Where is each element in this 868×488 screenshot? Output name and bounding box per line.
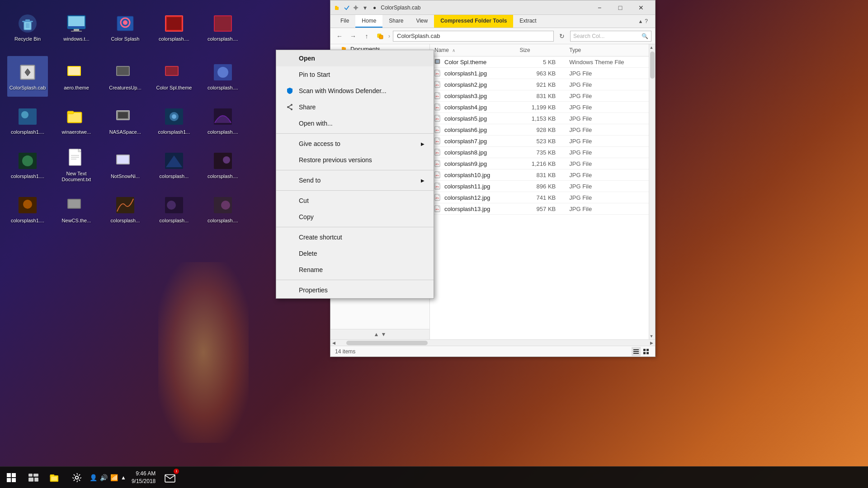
table-row[interactable]: JPGcolorsplash4.jpg1,199 KBJPG File [430, 102, 649, 113]
table-row[interactable]: JPGcolorsplash10.jpg831 KBJPG File [430, 169, 649, 181]
forward-button[interactable]: → [348, 31, 359, 42]
expand-ribbon-icon[interactable]: ▲ [638, 19, 643, 24]
tab-view[interactable]: View [410, 15, 434, 28]
ctx-open-with[interactable]: Open with... [276, 115, 434, 131]
task-view-button[interactable] [23, 467, 44, 488]
ctx-scan-defender[interactable]: Scan with Windows Defender... [276, 83, 434, 99]
notification-button[interactable]: 1 [159, 467, 181, 488]
up-button[interactable]: ↑ [361, 31, 372, 42]
large-icons-view-button[interactable] [642, 347, 651, 356]
desktop-icon-winaerotwe[interactable]: winaerotwe... [56, 100, 97, 141]
maximize-button[interactable]: □ [610, 0, 631, 15]
desktop-icon-creatures[interactable]: CreaturesUp... [105, 56, 146, 97]
recent-locations-icon[interactable] [375, 31, 386, 42]
col-type[interactable]: Type [565, 44, 649, 56]
desktop-icon-nasaspace[interactable]: NASASpace... [105, 100, 146, 141]
desktop-icon-new-text[interactable]: New Text Document.txt [56, 145, 97, 185]
compressed-tools-label: Compressed Folder Tools [440, 18, 507, 24]
table-row[interactable]: JPGcolorsplash9.jpg1,216 KBJPG File [430, 158, 649, 169]
back-button[interactable]: ← [334, 31, 345, 42]
file-name: colorsplash12.jpg [444, 194, 490, 201]
ctx-delete[interactable]: Delete [276, 245, 434, 262]
table-row[interactable]: JPGcolorsplash12.jpg741 KBJPG File [430, 192, 649, 203]
desktop-icon-colorsplash5[interactable]: colorsplash1... [154, 100, 194, 141]
table-row[interactable]: JPGcolorsplash7.jpg523 KBJPG File [430, 136, 649, 147]
more-icon[interactable]: ▾ [361, 4, 368, 11]
ctx-pin-start[interactable]: Pin to Start [276, 66, 434, 83]
vertical-scrollbar[interactable]: ▲ ▼ [649, 44, 655, 339]
table-row[interactable]: Color Spl.theme5 KBWindows Theme File [430, 56, 649, 68]
desktop-icon-colorsplash9[interactable]: colorsplash.... [203, 145, 243, 185]
desktop-icon-color-spl-theme[interactable]: Color Spl.theme [154, 56, 194, 97]
desktop-icon-notsnow[interactable]: NotSnowNi... [105, 145, 146, 185]
file-type-cell: JPG File [565, 158, 649, 169]
date-display: 9/15/2018 [132, 478, 156, 485]
table-row[interactable]: JPGcolorsplash8.jpg735 KBJPG File [430, 147, 649, 158]
desktop-icon-recycle-bin[interactable]: Recycle Bin [7, 7, 48, 48]
desktop-icon-colorsplash8[interactable]: colorsplash... [154, 145, 194, 185]
refresh-button[interactable]: ↻ [557, 31, 567, 42]
ctx-give-access[interactable]: Give access to ▶ [276, 136, 434, 152]
view-controls [632, 347, 651, 356]
desktop-icon-colorsplash4[interactable]: colorsplash1.... [7, 100, 48, 141]
ctx-create-shortcut[interactable]: Create shortcut [276, 229, 434, 245]
start-button[interactable] [0, 467, 23, 488]
ctx-restore-prev[interactable]: Restore previous versions [276, 152, 434, 168]
ctx-properties[interactable]: Properties [276, 282, 434, 298]
colorsplash10-icon [17, 194, 38, 216]
table-row[interactable]: JPGcolorsplash6.jpg928 KBJPG File [430, 124, 649, 136]
desktop-icon-colorsplash11[interactable]: colorsplash... [105, 189, 146, 230]
nav-scroll-down[interactable]: ▼ [381, 331, 387, 338]
tab-file[interactable]: File [334, 15, 355, 28]
colorsplash1-label: colorsplash.... [159, 36, 189, 42]
help-icon[interactable]: ? [645, 18, 648, 24]
table-row[interactable]: JPGcolorsplash2.jpg921 KBJPG File [430, 79, 649, 90]
network-status-icon[interactable]: 📶 [110, 474, 118, 481]
address-path-box[interactable]: ColorSplash.cab [393, 31, 554, 42]
search-box[interactable]: Search Col... 🔍 [570, 31, 651, 42]
desktop-icon-colorsplash13[interactable]: colorsplash.... [203, 189, 243, 230]
details-view-button[interactable] [632, 347, 641, 356]
tab-extract-sub[interactable]: Extract [513, 15, 542, 28]
col-name[interactable]: Name ∧ [430, 44, 515, 56]
sound-icon[interactable]: 🔊 [100, 474, 108, 481]
desktop-icon-colorsplash3[interactable]: colorsplash.... [203, 56, 243, 97]
network-icon[interactable]: 👤 [90, 474, 97, 481]
desktop-icon-colorsplash10[interactable]: colorsplash1.... [7, 189, 48, 230]
desktop-icon-colorsplash12[interactable]: colorsplash... [154, 189, 194, 230]
desktop-icon-colorsplash-cab[interactable]: ColorSplash.cab [7, 56, 48, 97]
desktop-icon-colorsplash2[interactable]: colorsplash.... [203, 7, 243, 48]
desktop-icon-newcs[interactable]: NewCS.the... [56, 189, 97, 230]
table-row[interactable]: JPGcolorsplash3.jpg831 KBJPG File [430, 90, 649, 102]
ctx-open[interactable]: Open [276, 50, 434, 66]
desktop-icon-colorsplash6[interactable]: colorsplash.... [203, 100, 243, 141]
col-size[interactable]: Size [515, 44, 565, 56]
ctx-share[interactable]: Share [276, 99, 434, 115]
file-explorer-button[interactable] [44, 467, 66, 488]
ctx-rename[interactable]: Rename [276, 262, 434, 278]
desktop-icon-color-splash[interactable]: Color Splash [105, 7, 146, 48]
table-row[interactable]: JPGcolorsplash5.jpg1,153 KBJPG File [430, 113, 649, 124]
minimize-button[interactable]: − [589, 0, 610, 15]
tab-share[interactable]: Share [382, 15, 410, 28]
table-row[interactable]: JPGcolorsplash13.jpg957 KBJPG File [430, 203, 649, 215]
desktop-icon-colorsplash7[interactable]: colorsplash1.... [7, 145, 48, 185]
ctx-access-arrow: ▶ [421, 141, 425, 146]
file-name: colorsplash3.jpg [444, 93, 487, 99]
desktop-icon-colorsplash1[interactable]: colorsplash.... [154, 7, 194, 48]
desktop-icon-windows-t[interactable]: windows.t... [56, 7, 97, 48]
settings-button[interactable] [66, 467, 88, 488]
desktop-icon-aero[interactable]: aero.theme [56, 56, 97, 97]
horizontal-scrollbar[interactable]: ◀ ▶ [330, 339, 655, 346]
ctx-copy[interactable]: Copy [276, 209, 434, 225]
ctx-cut[interactable]: Cut [276, 192, 434, 209]
table-row[interactable]: JPGcolorsplash1.jpg963 KBJPG File [430, 68, 649, 79]
tab-home[interactable]: Home [355, 15, 382, 28]
ctx-send-to[interactable]: Send to ▶ [276, 172, 434, 188]
taskbar-clock[interactable]: 9:46 AM 9/15/2018 [128, 470, 159, 485]
nav-scroll-up[interactable]: ▲ [374, 331, 379, 338]
tab-extract[interactable]: Compressed Folder Tools [434, 15, 513, 28]
close-button[interactable]: ✕ [631, 0, 651, 15]
horiz-scroll-thumb[interactable] [346, 341, 428, 345]
table-row[interactable]: JPGcolorsplash11.jpg896 KBJPG File [430, 181, 649, 192]
